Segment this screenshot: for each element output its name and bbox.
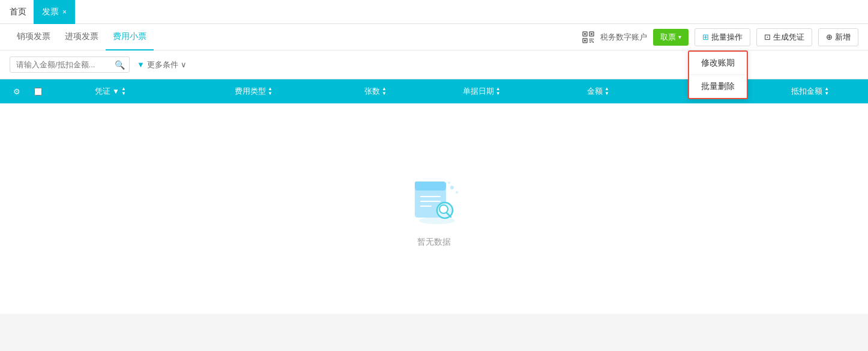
th-count-label: 张数	[364, 86, 380, 97]
dropdown-item-batch-delete[interactable]: 批量删除	[689, 75, 747, 98]
take-ticket-button[interactable]: 取票 ▾	[653, 29, 689, 46]
tax-account-label: 税务数字账户	[600, 32, 647, 43]
search-wrap: 🔍	[10, 56, 130, 73]
add-icon: ⊕	[826, 32, 833, 41]
th-deduct-label: 抵扣金额	[791, 86, 822, 97]
batch-op-dropdown: 修改账期 批量删除	[688, 50, 748, 99]
add-label: 新增	[835, 32, 851, 43]
batch-op-button[interactable]: ⊞ 批量操作	[695, 28, 750, 46]
search-input[interactable]	[10, 56, 130, 73]
th-count: 张数 ▲▼	[333, 86, 418, 97]
batch-op-label: 批量操作	[711, 32, 743, 43]
qr-icon-button[interactable]	[582, 31, 594, 43]
count-sort[interactable]: ▲▼	[382, 87, 387, 96]
sub-nav: 销项发票 进项发票 费用小票	[0, 24, 868, 50]
more-filter-button[interactable]: ▼ 更多条件 ∨	[137, 60, 187, 70]
svg-rect-9	[589, 40, 591, 41]
take-ticket-chevron-icon: ▾	[678, 34, 681, 40]
svg-point-22	[448, 182, 450, 184]
svg-point-13	[419, 217, 455, 224]
svg-rect-10	[591, 40, 592, 41]
svg-rect-3	[591, 33, 592, 35]
gear-icon: ⚙	[13, 87, 20, 96]
take-ticket-label: 取票	[660, 32, 676, 43]
th-amount-label: 金额	[587, 86, 603, 97]
th-voucher: 凭证 ▼ ▲▼	[47, 86, 174, 97]
svg-rect-7	[591, 38, 592, 40]
tax-account-button[interactable]: 税务数字账户	[600, 32, 647, 43]
svg-rect-5	[584, 40, 586, 41]
subnav-item-sales[interactable]: 销项发票	[10, 24, 58, 50]
date-sort[interactable]: ▲▼	[496, 87, 501, 96]
svg-rect-6	[589, 38, 591, 40]
svg-point-21	[456, 191, 458, 194]
empty-state-text: 暂无数据	[417, 237, 451, 248]
gen-voucher-icon: ⊡	[764, 32, 771, 41]
svg-rect-8	[593, 38, 594, 40]
th-voucher-label: 凭证	[95, 86, 110, 97]
more-filter-chevron-icon: ∨	[181, 60, 187, 69]
svg-rect-11	[592, 41, 594, 43]
filter-icon: ▼	[137, 60, 145, 69]
th-expense-type: 费用类型 ▲▼	[174, 86, 333, 97]
th-check[interactable]	[29, 88, 47, 96]
top-bar: 首页 发票 ×	[0, 0, 868, 24]
home-link[interactable]: 首页	[10, 7, 26, 17]
svg-rect-12	[589, 42, 591, 43]
sub-nav-right: 税务数字账户 取票 ▾ ⊞ 批量操作 ⊡ 生成凭证 ⊕ 新增	[582, 28, 858, 46]
th-date: 单据日期 ▲▼	[418, 86, 545, 97]
select-all-checkbox[interactable]	[34, 88, 42, 96]
th-date-label: 单据日期	[463, 86, 494, 97]
th-gear[interactable]: ⚙	[5, 87, 29, 96]
invoice-tab[interactable]: 发票 ×	[34, 0, 75, 24]
gen-voucher-label: 生成凭证	[773, 32, 804, 43]
subnav-item-expense[interactable]: 费用小票	[106, 24, 154, 50]
search-icon[interactable]: 🔍	[115, 60, 125, 70]
th-deduct-amount: 抵扣金额 ▲▼	[757, 86, 863, 97]
th-amount: 金额 ▲▼	[545, 86, 651, 97]
svg-point-20	[450, 186, 454, 189]
batch-op-icon: ⊞	[702, 32, 709, 41]
deduct-sort[interactable]: ▲▼	[824, 87, 829, 96]
add-button[interactable]: ⊕ 新增	[818, 28, 858, 46]
voucher-sort[interactable]: ▲▼	[121, 87, 126, 96]
amount-sort[interactable]: ▲▼	[604, 87, 609, 96]
empty-state-icon	[398, 169, 470, 230]
th-expense-label: 费用类型	[235, 86, 266, 97]
voucher-filter-icon[interactable]: ▼	[112, 87, 119, 96]
dropdown-item-modify-period[interactable]: 修改账期	[689, 52, 747, 75]
qr-icon	[582, 31, 594, 43]
invoice-tab-close[interactable]: ×	[62, 8, 67, 16]
expense-sort[interactable]: ▲▼	[268, 87, 273, 96]
svg-rect-1	[584, 33, 586, 35]
gen-voucher-button[interactable]: ⊡ 生成凭证	[756, 28, 812, 46]
invoice-tab-label: 发票	[42, 7, 59, 17]
more-filter-label: 更多条件	[147, 60, 178, 70]
content-area: 暂无数据	[0, 103, 868, 314]
subnav-item-purchase[interactable]: 进项发票	[58, 24, 106, 50]
